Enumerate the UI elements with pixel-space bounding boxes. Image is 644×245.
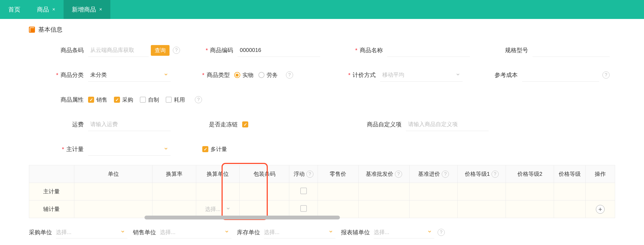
cell[interactable]	[506, 183, 554, 201]
pricing-label: *计价方式	[340, 71, 380, 79]
cell-float	[289, 201, 318, 218]
cell[interactable]	[410, 201, 458, 218]
form-area: 商品条码 查询 ? *商品编码 *商品名称 规格型号	[29, 44, 615, 156]
th-op: 操作	[585, 165, 615, 183]
attr-cb-purchase[interactable]: 采购	[114, 96, 133, 104]
attr-cb-sale[interactable]: 销售	[88, 96, 107, 104]
cell[interactable]	[358, 201, 410, 218]
cold-checkbox[interactable]	[242, 121, 250, 127]
purchase-unit-label: 采购单位	[29, 229, 52, 236]
cell[interactable]	[410, 183, 458, 201]
cell[interactable]	[240, 183, 289, 201]
th-float: 浮动?	[289, 165, 318, 183]
cell[interactable]	[152, 183, 196, 201]
cell-op	[585, 183, 615, 201]
sale-unit-select[interactable]	[160, 226, 231, 238]
form-icon	[29, 27, 35, 33]
float-checkbox[interactable]	[300, 205, 307, 212]
tab-home-label: 首页	[8, 5, 20, 14]
help-icon[interactable]: ?	[395, 171, 402, 178]
attr-cb-consume[interactable]: 耗用	[166, 96, 185, 104]
cell[interactable]	[152, 201, 196, 218]
th-lvl1: 价格等级1?	[458, 165, 506, 183]
cell-rateunit-select[interactable]: 选择...	[196, 201, 239, 218]
cell[interactable]	[458, 183, 506, 201]
tab-product-label: 商品	[37, 5, 49, 14]
name-label: *商品名称	[347, 46, 387, 54]
cell[interactable]	[240, 201, 289, 218]
cell[interactable]	[318, 201, 359, 218]
help-icon[interactable]: ?	[173, 47, 180, 54]
cell[interactable]	[554, 183, 586, 201]
code-input[interactable]	[238, 44, 320, 57]
help-icon[interactable]: ?	[306, 171, 313, 178]
cell-op: +	[585, 201, 615, 218]
cell[interactable]	[458, 201, 506, 218]
purchase-unit-select[interactable]	[56, 226, 127, 238]
barcode-input[interactable]	[88, 44, 149, 57]
form-row-2: *商品分类 *商品类型 实物 劳务 ? *计价方式	[48, 68, 615, 82]
multiunit-checkbox[interactable]: 多计量	[202, 146, 227, 153]
units-table-wrap: 单位 换算率 换算单位 包装条码 浮动? 零售价 基准批发价? 基准进价? 价格…	[29, 165, 615, 218]
attr-cb-selfmade[interactable]: 自制	[140, 96, 159, 104]
name-input[interactable]	[387, 44, 470, 57]
mainunit-select[interactable]	[88, 143, 171, 156]
tab-bar: 首页 商品× 新增商品×	[0, 0, 644, 19]
refcost-label: 参考成本	[486, 71, 522, 79]
close-icon[interactable]: ×	[99, 7, 102, 12]
add-row-button[interactable]: +	[596, 205, 605, 214]
custom-label: 商品自定义项	[356, 121, 406, 128]
close-icon[interactable]: ×	[52, 7, 55, 12]
th-blank	[29, 165, 74, 183]
refcost-input[interactable]	[522, 68, 599, 82]
report-unit-label: 报表辅单位	[341, 229, 370, 236]
help-icon[interactable]: ?	[492, 171, 499, 178]
stock-unit-select[interactable]	[264, 226, 335, 238]
section-header: 基本信息	[29, 26, 615, 34]
scrollbar-thumb[interactable]	[144, 216, 340, 219]
type-label: *商品类型	[194, 71, 234, 79]
cell[interactable]	[358, 183, 410, 201]
th-pack-barcode: 包装条码	[240, 165, 289, 183]
code-label: *商品编码	[198, 46, 238, 54]
help-icon[interactable]: ?	[438, 229, 445, 236]
help-icon[interactable]: ?	[286, 71, 293, 79]
cold-label: 是否走冻链	[202, 121, 242, 128]
report-unit-select[interactable]	[374, 226, 434, 238]
freight-input[interactable]	[88, 118, 171, 131]
table-row-main: 主计量	[29, 183, 615, 201]
th-unit: 单位	[74, 165, 152, 183]
cell[interactable]	[506, 201, 554, 218]
cell[interactable]	[196, 183, 239, 201]
help-icon[interactable]: ?	[195, 96, 202, 103]
tab-add-product-label: 新增商品	[72, 5, 96, 14]
cell[interactable]	[554, 201, 586, 218]
tab-product[interactable]: 商品×	[29, 0, 64, 19]
attr-label: 商品属性	[48, 96, 88, 104]
custom-input[interactable]	[406, 118, 489, 131]
barcode-label: 商品条码	[48, 46, 88, 54]
th-lvl2: 价格等级2	[506, 165, 554, 183]
pricing-select[interactable]	[380, 68, 463, 82]
sale-unit-label: 销售单位	[133, 229, 156, 236]
help-icon[interactable]: ?	[602, 71, 610, 79]
category-select[interactable]	[88, 68, 171, 82]
th-rate-unit: 换算单位	[196, 165, 239, 183]
row-label-aux: 辅计量	[29, 201, 74, 218]
stock-unit-label: 库存单位	[237, 229, 260, 236]
cell[interactable]	[74, 201, 152, 218]
th-retail: 零售价	[318, 165, 359, 183]
tab-home[interactable]: 首页	[0, 0, 29, 19]
type-radio-service[interactable]: 劳务	[258, 71, 278, 79]
row-label-main: 主计量	[29, 183, 74, 201]
type-radio-physical[interactable]: 实物	[234, 71, 253, 79]
help-icon[interactable]: ?	[442, 171, 449, 178]
spec-input[interactable]	[533, 44, 610, 57]
float-checkbox[interactable]	[300, 188, 307, 194]
form-row-5: *主计量 多计量	[48, 143, 615, 156]
cell[interactable]	[74, 183, 152, 201]
query-button[interactable]: 查询	[151, 45, 170, 56]
tab-add-product[interactable]: 新增商品×	[64, 0, 111, 19]
cell-float	[289, 183, 318, 201]
cell[interactable]	[318, 183, 359, 201]
